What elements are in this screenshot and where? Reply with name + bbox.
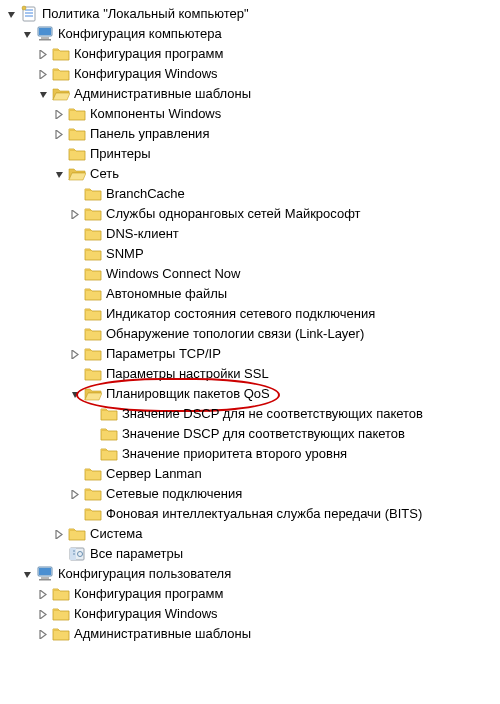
folder-icon bbox=[100, 405, 118, 423]
tree-label: Сетевые подключения bbox=[106, 484, 242, 504]
tree-item-computer-config[interactable]: Конфигурация компьютера bbox=[4, 24, 500, 44]
folder-icon bbox=[52, 585, 70, 603]
expander-icon[interactable] bbox=[68, 347, 82, 361]
expander-icon[interactable] bbox=[68, 387, 82, 401]
tree-item-lanman[interactable]: Сервер Lanman bbox=[4, 464, 500, 484]
tree-item-lltd[interactable]: Обнаружение топологии связи (Link-Layer) bbox=[4, 324, 500, 344]
folder-icon bbox=[84, 205, 102, 223]
expander-icon[interactable] bbox=[20, 27, 34, 41]
tree-label: Значение DSCP для не соответствующих пак… bbox=[122, 404, 423, 424]
tree-item-wcn[interactable]: Windows Connect Now bbox=[4, 264, 500, 284]
folder-icon bbox=[52, 605, 70, 623]
expander-icon[interactable] bbox=[52, 107, 66, 121]
expander-icon[interactable] bbox=[36, 87, 50, 101]
folder-open-icon bbox=[52, 85, 70, 103]
expander-icon[interactable] bbox=[4, 7, 18, 21]
expander-icon[interactable] bbox=[52, 167, 66, 181]
tree-item-user-programs[interactable]: Конфигурация программ bbox=[4, 584, 500, 604]
expander-icon[interactable] bbox=[36, 587, 50, 601]
tree-label: Значение DSCP для соответствующих пакето… bbox=[122, 424, 405, 444]
tree-item-user-admin-templates[interactable]: Административные шаблоны bbox=[4, 624, 500, 644]
tree-item-tcpip[interactable]: Параметры TCP/IP bbox=[4, 344, 500, 364]
tree-label: Политика "Локальный компьютер" bbox=[42, 4, 249, 24]
tree-item-bits[interactable]: Фоновая интеллектуальная служба передачи… bbox=[4, 504, 500, 524]
tree-label: Конфигурация Windows bbox=[74, 604, 218, 624]
tree-item-programs[interactable]: Конфигурация программ bbox=[4, 44, 500, 64]
tree-item-offline-files[interactable]: Автономные файлы bbox=[4, 284, 500, 304]
tree-item-qos[interactable]: Планировщик пакетов QoS bbox=[4, 384, 500, 404]
computer-icon bbox=[36, 565, 54, 583]
tree-label: Обнаружение топологии связи (Link-Layer) bbox=[106, 324, 364, 344]
expander-icon[interactable] bbox=[68, 487, 82, 501]
tree-label: Параметры настройки SSL bbox=[106, 364, 269, 384]
tree-item-system[interactable]: Система bbox=[4, 524, 500, 544]
folder-icon bbox=[52, 65, 70, 83]
policy-tree[interactable]: Политика "Локальный компьютер" Конфигура… bbox=[0, 0, 500, 644]
tree-label: Административные шаблоны bbox=[74, 84, 251, 104]
tree-label: BranchCache bbox=[106, 184, 185, 204]
expander-icon[interactable] bbox=[36, 627, 50, 641]
tree-label: Панель управления bbox=[90, 124, 209, 144]
tree-label: Все параметры bbox=[90, 544, 183, 564]
expander-icon[interactable] bbox=[68, 207, 82, 221]
tree-label: DNS-клиент bbox=[106, 224, 179, 244]
tree-item-user-windows[interactable]: Конфигурация Windows bbox=[4, 604, 500, 624]
folder-icon bbox=[52, 45, 70, 63]
tree-label: Конфигурация программ bbox=[74, 44, 223, 64]
tree-item-snmp[interactable]: SNMP bbox=[4, 244, 500, 264]
tree-label: Windows Connect Now bbox=[106, 264, 240, 284]
expander-icon[interactable] bbox=[36, 47, 50, 61]
tree-item-network[interactable]: Сеть bbox=[4, 164, 500, 184]
tree-item-net-status[interactable]: Индикатор состояния сетевого подключения bbox=[4, 304, 500, 324]
tree-item-ssl[interactable]: Параметры настройки SSL bbox=[4, 364, 500, 384]
tree-item-win-components[interactable]: Компоненты Windows bbox=[4, 104, 500, 124]
tree-label: Фоновая интеллектуальная служба передачи… bbox=[106, 504, 422, 524]
tree-label: Планировщик пакетов QoS bbox=[106, 384, 270, 404]
expander-icon[interactable] bbox=[52, 527, 66, 541]
tree-item-all-settings[interactable]: Все параметры bbox=[4, 544, 500, 564]
tree-item-network-connections[interactable]: Сетевые подключения bbox=[4, 484, 500, 504]
folder-icon bbox=[68, 105, 86, 123]
tree-item-branchcache[interactable]: BranchCache bbox=[4, 184, 500, 204]
tree-item-windows-config[interactable]: Конфигурация Windows bbox=[4, 64, 500, 84]
tree-item-control-panel[interactable]: Панель управления bbox=[4, 124, 500, 144]
tree-item-p2p[interactable]: Службы одноранговых сетей Майкрософт bbox=[4, 204, 500, 224]
computer-icon bbox=[36, 25, 54, 43]
folder-icon bbox=[84, 285, 102, 303]
tree-label: Административные шаблоны bbox=[74, 624, 251, 644]
folder-icon bbox=[84, 245, 102, 263]
tree-item-admin-templates[interactable]: Административные шаблоны bbox=[4, 84, 500, 104]
folder-icon bbox=[84, 185, 102, 203]
expander-icon[interactable] bbox=[20, 567, 34, 581]
tree-item-dns[interactable]: DNS-клиент bbox=[4, 224, 500, 244]
folder-icon bbox=[84, 225, 102, 243]
tree-item-user-config[interactable]: Конфигурация пользователя bbox=[4, 564, 500, 584]
tree-label: Индикатор состояния сетевого подключения bbox=[106, 304, 375, 324]
tree-label: Автономные файлы bbox=[106, 284, 227, 304]
tree-label: Значение приоритета второго уровня bbox=[122, 444, 347, 464]
tree-label: Службы одноранговых сетей Майкрософт bbox=[106, 204, 361, 224]
tree-item-root[interactable]: Политика "Локальный компьютер" bbox=[4, 4, 500, 24]
settings-book-icon bbox=[68, 545, 86, 563]
tree-item-dscp-conforming[interactable]: Значение DSCP для соответствующих пакето… bbox=[4, 424, 500, 444]
tree-label: Параметры TCP/IP bbox=[106, 344, 221, 364]
tree-label: Система bbox=[90, 524, 142, 544]
folder-icon bbox=[84, 265, 102, 283]
tree-item-dscp-nonconforming[interactable]: Значение DSCP для не соответствующих пак… bbox=[4, 404, 500, 424]
tree-label: Конфигурация программ bbox=[74, 584, 223, 604]
folder-icon bbox=[68, 525, 86, 543]
tree-label: Сервер Lanman bbox=[106, 464, 202, 484]
tree-item-priority-l2[interactable]: Значение приоритета второго уровня bbox=[4, 444, 500, 464]
folder-icon bbox=[84, 325, 102, 343]
tree-label: Конфигурация компьютера bbox=[58, 24, 222, 44]
folder-icon bbox=[84, 485, 102, 503]
tree-label: SNMP bbox=[106, 244, 144, 264]
folder-icon bbox=[100, 445, 118, 463]
expander-icon[interactable] bbox=[36, 607, 50, 621]
tree-label: Сеть bbox=[90, 164, 119, 184]
tree-item-printers[interactable]: Принтеры bbox=[4, 144, 500, 164]
expander-icon[interactable] bbox=[52, 127, 66, 141]
expander-icon[interactable] bbox=[36, 67, 50, 81]
folder-icon bbox=[68, 145, 86, 163]
folder-icon bbox=[68, 125, 86, 143]
